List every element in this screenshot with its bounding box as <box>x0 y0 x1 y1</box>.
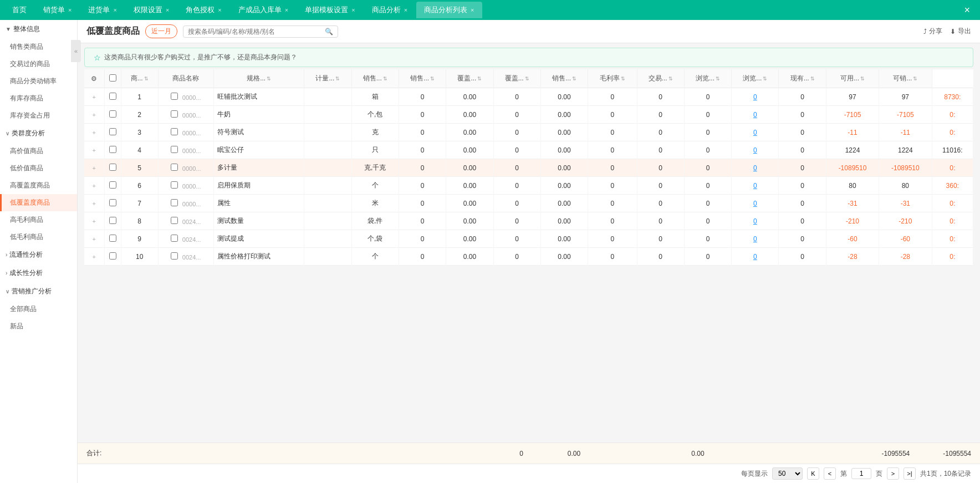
row-browse1[interactable]: 0 <box>732 159 779 177</box>
close-tab-product-entry[interactable]: × <box>285 7 288 13</box>
sidebar-group-cluster[interactable]: ∨ 类群度分析 <box>0 124 77 143</box>
th-checkbox[interactable] <box>104 69 121 88</box>
last-page-button[interactable]: >| <box>904 467 916 480</box>
row-expand[interactable]: + <box>84 195 104 212</box>
row-checkbox[interactable] <box>104 177 121 195</box>
th-name[interactable]: 商品名称 <box>158 69 213 88</box>
page-number-input[interactable] <box>851 468 871 479</box>
th-browse2[interactable]: 浏览...⇅ <box>732 69 779 88</box>
close-tab-role-auth[interactable]: × <box>218 7 221 13</box>
share-button[interactable]: ⤴ 分享 <box>923 27 942 36</box>
per-page-select[interactable]: 50 100 200 <box>772 467 803 480</box>
close-tab-template-settings[interactable]: × <box>351 7 355 13</box>
row-expand[interactable]: + <box>84 230 104 248</box>
row-expand[interactable]: + <box>84 212 104 230</box>
th-current-stock[interactable]: 现有...⇅ <box>779 69 826 88</box>
prev-page-button[interactable]: < <box>824 467 836 480</box>
row-checkbox[interactable] <box>104 248 121 266</box>
row-expand[interactable]: + <box>84 106 104 124</box>
tab-role-auth[interactable]: 角色授权 × <box>178 2 229 18</box>
th-coverage1[interactable]: 覆盖...⇅ <box>446 69 493 88</box>
tab-product-analysis-list[interactable]: 商品分析列表 × <box>416 2 482 18</box>
th-coverage2[interactable]: 覆盖...⇅ <box>493 69 540 88</box>
th-available[interactable]: 可用...⇅ <box>826 69 879 88</box>
sidebar-group-overall[interactable]: ▼ 整体信息 <box>0 20 77 38</box>
sidebar-item-low-margin[interactable]: 低毛利商品 <box>0 228 77 246</box>
table-wrapper[interactable]: ⚙ 商...⇅ 商品名称 规格...⇅ 计量...⇅ 销售...⇅ 销售...⇅… <box>84 69 973 443</box>
row-checkbox[interactable] <box>104 230 121 248</box>
th-gross-margin[interactable]: 毛利率⇅ <box>588 69 637 88</box>
sidebar-item-high-coverage[interactable]: 高覆盖度商品 <box>0 177 77 194</box>
th-sales-qty[interactable]: 销售...⇅ <box>351 69 399 88</box>
th-unit[interactable]: 计量...⇅ <box>304 69 351 88</box>
export-button[interactable]: ⬇ 导出 <box>950 27 971 36</box>
row-browse1[interactable]: 0 <box>732 88 779 106</box>
sidebar-item-new-products[interactable]: 新品 <box>0 318 77 335</box>
sidebar-item-low-value[interactable]: 低价值商品 <box>0 160 77 177</box>
th-code[interactable]: 商...⇅ <box>121 69 158 88</box>
th-saleable[interactable]: 可销...⇅ <box>879 69 932 88</box>
search-icon[interactable]: 🔍 <box>325 28 333 35</box>
th-spec[interactable]: 规格...⇅ <box>214 69 304 88</box>
close-tab-sales[interactable]: × <box>68 7 72 13</box>
close-tab-permissions[interactable]: × <box>166 7 169 13</box>
select-all-checkbox[interactable] <box>109 74 116 82</box>
sidebar-item-all-products[interactable]: 全部商品 <box>0 301 77 318</box>
sidebar-item-traded-products[interactable]: 交易过的商品 <box>0 55 77 73</box>
row-browse1[interactable]: 0 <box>732 124 779 141</box>
search-input[interactable] <box>188 28 323 35</box>
sidebar-item-sales-products[interactable]: 销售类商品 <box>0 38 77 55</box>
row-checkbox[interactable] <box>104 141 121 159</box>
tab-product-analysis[interactable]: 商品分析 × <box>364 2 415 18</box>
next-page-button[interactable]: > <box>887 467 899 480</box>
row-checkbox[interactable] <box>104 212 121 230</box>
close-tab-product-analysis-list[interactable]: × <box>471 7 474 13</box>
row-expand[interactable]: + <box>84 159 104 177</box>
sidebar-item-inventory-capital[interactable]: 库存资金占用 <box>0 107 77 124</box>
close-tab-purchase[interactable]: × <box>113 7 116 13</box>
th-sales-amt[interactable]: 销售...⇅ <box>399 69 446 88</box>
row-expand[interactable]: + <box>84 124 104 141</box>
row-expand[interactable]: + <box>84 177 104 195</box>
row-browse1[interactable]: 0 <box>732 106 779 124</box>
row-browse1[interactable]: 0 <box>732 212 779 230</box>
row-checkbox[interactable] <box>104 159 121 177</box>
row-browse1[interactable]: 0 <box>732 230 779 248</box>
sidebar-item-low-coverage[interactable]: 低覆盖度商品 <box>0 194 77 211</box>
row-browse1[interactable]: 0 <box>732 177 779 195</box>
row-checkbox[interactable] <box>104 106 121 124</box>
sidebar-group-marketing[interactable]: ∨ 营销推广分析 <box>0 282 77 301</box>
header-actions: ⤴ 分享 ⬇ 导出 <box>923 27 971 36</box>
close-tab-product-analysis[interactable]: × <box>404 7 407 13</box>
tab-permissions[interactable]: 权限设置 × <box>126 2 177 18</box>
row-browse1[interactable]: 0 <box>732 195 779 212</box>
row-expand[interactable]: + <box>84 248 104 266</box>
row-browse1[interactable]: 0 <box>732 141 779 159</box>
th-browse1[interactable]: 浏览...⇅ <box>684 69 731 88</box>
tab-purchase[interactable]: 进货单 × <box>80 2 124 18</box>
row-checkbox[interactable] <box>104 88 121 106</box>
row-browse1[interactable]: 0 <box>732 248 779 266</box>
tab-home[interactable]: 首页 <box>4 2 34 18</box>
sidebar-group-growth[interactable]: › 成长性分析 <box>0 264 77 282</box>
row-expand[interactable]: + <box>84 88 104 106</box>
row-checkbox[interactable] <box>104 195 121 212</box>
close-all-tabs[interactable]: × <box>958 4 976 16</box>
sidebar-item-high-margin[interactable]: 高毛利商品 <box>0 211 77 228</box>
filter-recent-month-button[interactable]: 近一月 <box>145 24 177 38</box>
sidebar-item-in-stock[interactable]: 有库存商品 <box>0 90 77 107</box>
first-page-button[interactable]: K <box>807 467 819 480</box>
th-trade[interactable]: 交易...⇅ <box>637 69 684 88</box>
tab-template-settings[interactable]: 单据模板设置 × <box>297 2 363 18</box>
sidebar-item-high-value[interactable]: 高价值商品 <box>0 143 77 160</box>
sidebar-item-category-turnover[interactable]: 商品分类动销率 <box>0 73 77 90</box>
th-sales-info[interactable]: 销售...⇅ <box>540 69 588 88</box>
sidebar-group-liquidity[interactable]: › 流通性分析 <box>0 246 77 264</box>
sidebar-collapse-button[interactable]: « <box>71 40 81 62</box>
tab-product-entry[interactable]: 产成品入库单 × <box>231 2 296 18</box>
row-checkbox[interactable] <box>104 124 121 141</box>
tab-sales[interactable]: 销货单 × <box>35 2 79 18</box>
row-current: -11 <box>826 124 879 141</box>
th-settings[interactable]: ⚙ <box>84 69 104 88</box>
row-expand[interactable]: + <box>84 141 104 159</box>
